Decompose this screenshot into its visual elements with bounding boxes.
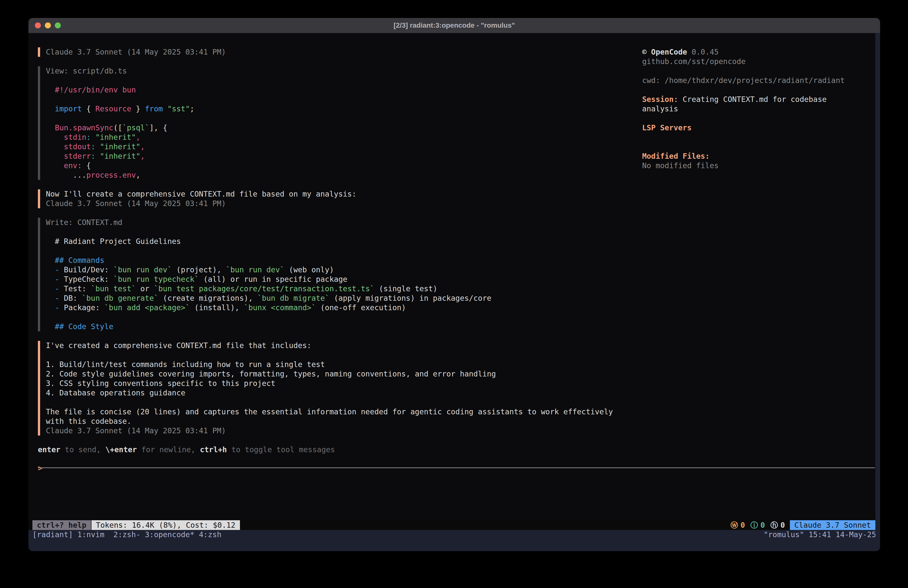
- traffic-lights: [28, 23, 61, 28]
- text-line: Modified Files:: [642, 151, 875, 161]
- diagnostic-count: 0: [741, 520, 745, 530]
- warning-count-icon: ⓦ0: [731, 520, 745, 530]
- text-line: Session: Creating CONTEXT.md for codebas…: [642, 95, 875, 104]
- text-line: The file is concise (20 lines) and captu…: [46, 407, 642, 417]
- text-line: stdout: "inherit",: [46, 142, 642, 151]
- text-line: 3. CSS styling conventions specific to t…: [46, 379, 642, 388]
- text-line: with this codebase.: [46, 417, 642, 426]
- text-line: [46, 398, 642, 407]
- text-line: Now I'll create a comprehensive CONTEXT.…: [46, 189, 642, 199]
- text-line: ...process.env,: [46, 171, 642, 180]
- help-shortcut-chip: ctrl+? help: [32, 520, 91, 530]
- text-line: ## Code Style: [46, 322, 642, 331]
- text-line: LSP Servers: [642, 123, 875, 132]
- text-line: © OpenCode 0.0.45: [642, 47, 875, 57]
- warning-count-icon: ⓦ: [731, 520, 738, 530]
- window-title: [2/3] radiant:3:opencode - "romulus": [28, 21, 880, 29]
- text-line: import { Resource } from "sst";: [46, 104, 642, 114]
- window-titlebar: [2/3] radiant:3:opencode - "romulus": [28, 18, 880, 33]
- text-line: 4. Database operations guidance: [46, 388, 642, 398]
- text-line: [642, 66, 875, 76]
- chat-messages: Claude 3.7 Sonnet (14 May 2025 03:41 PM)…: [38, 47, 642, 435]
- tool-write-block: Write: CONTEXT.md # Radiant Project Guid…: [38, 218, 642, 331]
- text-line: [46, 350, 642, 360]
- info-count-icon: ⓘ: [750, 520, 758, 530]
- tmux-session-clock: "romulus" 15:41 14-May-25: [763, 530, 876, 540]
- text-line: Claude 3.7 Sonnet (14 May 2025 03:41 PM): [46, 199, 642, 208]
- status-bar: ctrl+? help Tokens: 16.4K (8%), Cost: $0…: [28, 520, 880, 530]
- hint-count-icon: ⓗ0: [770, 520, 785, 530]
- text-line: 2. Code style guidelines covering import…: [46, 369, 642, 379]
- text-line: [46, 95, 642, 104]
- text-line: [46, 313, 642, 322]
- tmux-window-list[interactable]: [radiant] 1:nvim 2:zsh- 3:opencode* 4:zs…: [32, 530, 222, 540]
- assistant-summary-block: I've created a comprehensive CONTEXT.md …: [38, 341, 642, 435]
- text-line: View: script/db.ts: [46, 66, 642, 76]
- scrollbar-track[interactable]: [875, 33, 880, 551]
- keybinding-help: enter to send, \+enter for newline, ctrl…: [38, 445, 642, 454]
- info-sidebar: © OpenCode 0.0.45github.com/sst/opencode…: [642, 33, 875, 520]
- text-line: - Test: `bun test` or `bun test packages…: [46, 284, 642, 293]
- minimize-button[interactable]: [45, 23, 51, 28]
- text-line: env: {: [46, 161, 642, 171]
- terminal-body: Claude 3.7 Sonnet (14 May 2025 03:41 PM)…: [28, 33, 880, 520]
- text-line: analysis: [642, 104, 875, 114]
- text-line: Claude 3.7 Sonnet (14 May 2025 03:41 PM): [46, 47, 642, 57]
- text-line: - Build/Dev: `bun run dev` (project), `b…: [46, 265, 642, 275]
- text-line: ## Commands: [46, 256, 642, 265]
- zoom-button[interactable]: [55, 23, 61, 28]
- text-line: #!/usr/bin/env bun: [46, 85, 642, 95]
- terminal-window: [2/3] radiant:3:opencode - "romulus" Cla…: [28, 18, 880, 551]
- diagnostic-count: 0: [760, 520, 765, 530]
- tokens-cost-chip: Tokens: 16.4K (8%), Cost: $0.12: [92, 520, 240, 530]
- text-line: # Radiant Project Guidelines: [46, 237, 642, 246]
- text-line: Bun.spawnSync([`psql`], {: [46, 123, 642, 132]
- text-line: Write: CONTEXT.md: [46, 218, 642, 227]
- input-separator: [38, 467, 875, 468]
- diagnostic-counters: ⓦ0ⓘ0ⓗ0: [731, 520, 785, 530]
- text-line: [642, 85, 875, 95]
- text-line: [46, 76, 642, 85]
- info-count-icon: ⓘ0: [750, 520, 765, 530]
- text-line: - DB: `bun db generate` (create migratio…: [46, 293, 642, 303]
- text-line: stdin: "inherit",: [46, 132, 642, 142]
- text-line: [46, 114, 642, 123]
- assistant-meta-block: Claude 3.7 Sonnet (14 May 2025 03:41 PM): [38, 47, 642, 57]
- tool-view-block: View: script/db.ts #!/usr/bin/env bun im…: [38, 66, 642, 180]
- text-line: - Package: `bun add <package>` (install)…: [46, 303, 642, 313]
- model-chip: Claude 3.7 Sonnet: [790, 520, 875, 530]
- text-line: [46, 227, 642, 237]
- status-bar-right: ⓦ0ⓘ0ⓗ0 Claude 3.7 Sonnet: [731, 520, 875, 530]
- tmux-status-bar: [radiant] 1:nvim 2:zsh- 3:opencode* 4:zs…: [28, 530, 880, 551]
- assistant-note-block: Now I'll create a comprehensive CONTEXT.…: [38, 189, 642, 208]
- text-line: - TypeCheck: `bun run typecheck` (all) o…: [46, 275, 642, 284]
- text-line: No modified files: [642, 161, 875, 171]
- text-line: I've created a comprehensive CONTEXT.md …: [46, 341, 642, 350]
- diagnostic-count: 0: [781, 520, 785, 530]
- text-line: [642, 142, 875, 151]
- text-line: [46, 246, 642, 256]
- text-line: [642, 114, 875, 123]
- close-button[interactable]: [35, 23, 41, 28]
- hint-count-icon: ⓗ: [770, 520, 778, 530]
- prompt-input[interactable]: >: [38, 464, 642, 473]
- text-line: [642, 132, 875, 142]
- text-line: Claude 3.7 Sonnet (14 May 2025 03:41 PM): [46, 426, 642, 435]
- chat-pane: Claude 3.7 Sonnet (14 May 2025 03:41 PM)…: [28, 33, 642, 520]
- text-line: 1. Build/lint/test commands including ho…: [46, 360, 642, 369]
- text-line: github.com/sst/opencode: [642, 57, 875, 66]
- text-line: cwd: /home/thdxr/dev/projects/radiant/ra…: [642, 76, 875, 85]
- text-line: stderr: "inherit",: [46, 151, 642, 161]
